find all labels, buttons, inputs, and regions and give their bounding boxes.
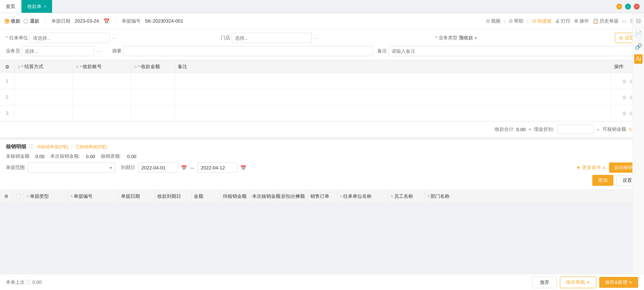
range-select[interactable] — [28, 162, 115, 173]
select-all-checkbox[interactable] — [16, 194, 21, 199]
row-remark-1[interactable] — [175, 73, 611, 89]
tab-close-icon[interactable]: × — [44, 4, 46, 9]
bth-date: 单据日期 — [119, 190, 155, 203]
save-draft-button[interactable]: 保存草稿 ∧ — [560, 277, 596, 288]
sidebar-ai-icon[interactable]: Ai — [634, 54, 642, 64]
gear-icon: ⚙ — [5, 64, 9, 70]
table-row: 2 🗑 ⊕ — [0, 89, 644, 105]
more-conditions-button[interactable]: ▼ 更多条件 ∧ — [576, 164, 606, 171]
maximize-button[interactable]: □ — [625, 4, 631, 9]
row-num-1: 1 — [0, 73, 15, 89]
store-input[interactable] — [232, 33, 312, 43]
th-account-required: * — [80, 64, 82, 70]
save-new-button[interactable]: 保存&新增 ∧ — [599, 277, 638, 288]
delete-icon-2[interactable]: 🗑 — [622, 94, 627, 100]
this-amount-label: 本次核销金额: — [50, 153, 80, 160]
business-type-dropdown[interactable]: ▾ — [475, 35, 477, 41]
print-button[interactable]: 🖨 打印 — [555, 18, 570, 24]
help-icon: ⊙ — [509, 18, 513, 24]
sidebar-doc-icon[interactable]: 📄 — [633, 29, 644, 39]
staff-input[interactable] — [21, 46, 94, 56]
store-label: 门店 — [221, 35, 230, 41]
video-button[interactable]: ⊙ 视频 — [486, 18, 500, 24]
row-account-3[interactable] — [73, 105, 131, 121]
row-amount-3[interactable] — [131, 105, 175, 121]
refund-radio[interactable]: 退款 — [23, 18, 39, 24]
date-separator: — — [190, 165, 195, 171]
number-value: SK-20230324-001 — [145, 18, 184, 24]
calendar-icon[interactable]: 📅 — [103, 18, 110, 24]
divider-1 — [45, 17, 46, 25]
counterpart-input[interactable] — [30, 33, 110, 43]
chevron-up-icon: ∧ — [602, 165, 606, 171]
shortcut-icon: ⊟ — [532, 18, 536, 24]
next-arrow[interactable]: › — [624, 18, 626, 24]
row-settle-1[interactable] — [15, 73, 73, 89]
cal-icon-1[interactable]: 📅 — [181, 165, 187, 171]
due-date-from[interactable] — [138, 162, 178, 173]
tab-home[interactable]: 首页 — [0, 0, 21, 13]
tab-divider: | — [71, 144, 72, 150]
th-remark: 备注 — [175, 60, 611, 73]
done-tab[interactable]: 已核销单据(0笔) — [75, 144, 107, 150]
row-remark-2[interactable] — [175, 89, 611, 105]
history-button[interactable]: 📋 历史单据 — [593, 18, 619, 24]
cal-icon-2[interactable]: 📅 — [240, 165, 246, 171]
footer-info-icon: ⓘ — [26, 279, 31, 286]
right-sidebar: ⊟ 📄 🔗 Ai — [632, 13, 644, 274]
wo-filter-right: ▼ 更多条件 ∧ 自动核销 — [576, 162, 638, 173]
close-button[interactable]: × — [634, 4, 640, 9]
store-more-icon[interactable]: ··· — [314, 35, 318, 41]
query-settings-row: 查询 设置 — [6, 175, 638, 186]
row-settle-3[interactable] — [15, 105, 73, 121]
pending-amount-value: 0.00 — [35, 154, 44, 159]
discount-label: 现金折扣: — [534, 126, 554, 133]
number-label: 单据编号 — [122, 18, 141, 24]
shortcut-button[interactable]: ⊟ 快捷键 — [532, 18, 551, 24]
row-account-2[interactable] — [73, 89, 131, 105]
refund-label: 退款 — [30, 18, 39, 24]
collect-radio[interactable]: 收款 — [4, 18, 20, 24]
bth-gear[interactable]: ⚙ — [0, 190, 13, 203]
remark-input[interactable] — [388, 46, 638, 56]
sidebar-table-icon[interactable]: ⊟ — [635, 16, 642, 26]
save-draft-label: 保存草稿 — [566, 279, 585, 286]
due-date-to[interactable] — [197, 162, 237, 173]
row-settle-2[interactable] — [15, 89, 73, 105]
remark-label: 备注 — [377, 48, 387, 54]
discard-button[interactable]: 放弃 — [532, 277, 557, 288]
th-gear[interactable]: ⚙ — [0, 60, 15, 73]
form-row-2: 业务员 ··· 摘要 备注 — [6, 46, 638, 56]
query-button[interactable]: 查询 — [592, 175, 613, 186]
gear-icon: ⚙ — [619, 35, 623, 41]
writeoff-info-icon: ⓘ — [29, 144, 34, 150]
staff-more-icon[interactable]: ··· — [97, 48, 101, 54]
staff-label: 业务员 — [6, 48, 20, 54]
due-date-label: 到期日 — [121, 164, 135, 171]
tab-home-label: 首页 — [6, 3, 15, 10]
toolbar: 收款 退款 单据日期 2023-03-24 📅 单据编号 SK-20230324… — [0, 13, 644, 29]
discount-input[interactable] — [557, 125, 594, 134]
plus-sign: + — [529, 127, 531, 132]
footer-value: 0.00 — [32, 279, 42, 285]
row-amount-1[interactable] — [131, 73, 175, 89]
prev-arrow[interactable]: ‹ — [622, 18, 624, 24]
sort-icon: ⇅ — [26, 194, 29, 198]
summary-input[interactable] — [123, 46, 373, 56]
total-value: 0.00 — [517, 127, 526, 132]
this-amount-value: 0.00 — [86, 154, 95, 159]
row-amount-2[interactable] — [131, 89, 175, 105]
row-account-1[interactable] — [73, 73, 131, 89]
minimize-button[interactable]: — — [616, 4, 622, 9]
tab-active[interactable]: 收款单 × — [21, 0, 52, 13]
row-remark-3[interactable] — [175, 105, 611, 121]
sidebar-link-icon[interactable]: 🔗 — [633, 42, 644, 51]
help-button[interactable]: ⊙ 帮助 — [509, 18, 523, 24]
delete-icon-1[interactable]: 🗑 — [622, 78, 627, 84]
bth-discount: 折扣分摊额 — [279, 190, 308, 203]
counterpart-more-icon[interactable]: ··· — [112, 35, 116, 41]
delete-icon-3[interactable]: 🗑 — [622, 110, 627, 116]
draft-arrow-icon: ∧ — [586, 279, 590, 285]
operate-button[interactable]: ⚙ 操作 — [574, 18, 589, 24]
pending-tab[interactable]: 待核销单据(0笔) — [37, 144, 68, 150]
